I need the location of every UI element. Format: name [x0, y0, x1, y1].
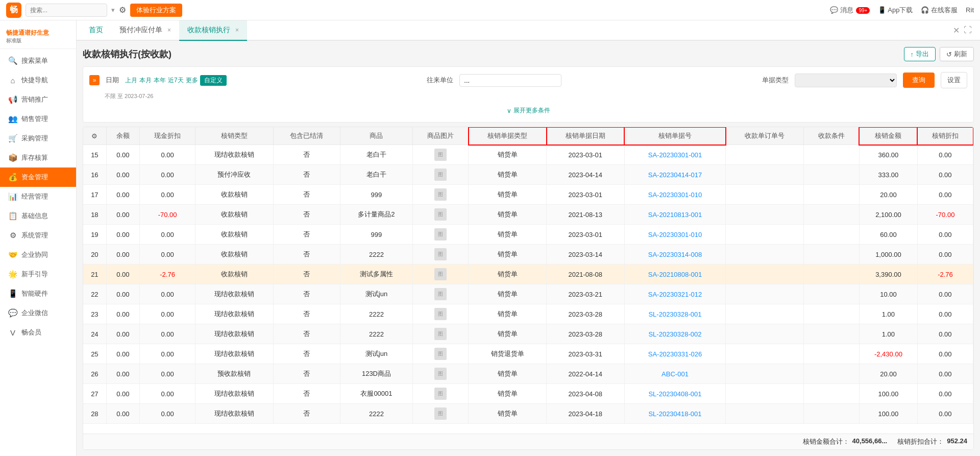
sidebar-item-smart-hw[interactable]: 📱 智能硬件	[0, 284, 76, 303]
close-window-icon[interactable]: ✕	[953, 26, 960, 35]
cell-order-no	[726, 145, 804, 165]
sidebar-item-search-menu[interactable]: 🔍 搜索菜单	[0, 51, 76, 70]
sidebar-item-inventory[interactable]: 📦 库存核算	[0, 148, 76, 167]
close-tab-prepaid-icon[interactable]: ×	[167, 27, 171, 34]
footer-amount-label: 核销金额合计：	[803, 437, 849, 446]
cell-bill-no[interactable]: ABC-001	[624, 364, 726, 384]
smart-hw-icon: 📱	[8, 289, 17, 298]
cell-type: 现结收款核销	[195, 304, 274, 324]
table-container[interactable]: ⚙ 余额 现金折扣 核销类型 包含已结清 商品 商品图片 核销单据类型 核销单据…	[83, 127, 973, 434]
cell-bill-no[interactable]: SL-20230328-002	[624, 324, 726, 344]
cell-product: 999	[340, 225, 413, 245]
cell-bill-no[interactable]: SA-20230301-010	[624, 225, 726, 245]
chevron-down-icon: ∨	[507, 107, 511, 114]
sidebar-item-marketing[interactable]: 📢 营销推广	[0, 90, 76, 109]
cell-cash-discount: 0.00	[140, 245, 195, 265]
tab-writeoff[interactable]: 收款核销执行 ×	[179, 20, 247, 41]
cell-bill-no[interactable]: SL-20230408-001	[624, 384, 726, 404]
cell-product-img: 图	[413, 324, 469, 344]
cell-bill-no[interactable]: SA-20230331-026	[624, 344, 726, 364]
sidebar-item-guide[interactable]: 🌟 新手引导	[0, 265, 76, 284]
cell-bill-no[interactable]: SA-20230301-010	[624, 185, 726, 205]
sidebar-item-management[interactable]: 📊 经营管理	[0, 187, 76, 206]
settings-button[interactable]: 设置	[941, 72, 967, 88]
sidebar-item-system[interactable]: ⚙ 系统管理	[0, 226, 76, 245]
col-order-no: 收款单订单号	[726, 127, 804, 145]
base-info-icon: 📋	[8, 211, 17, 221]
cell-order-no	[726, 284, 804, 304]
industry-solution-button[interactable]: 体验行业方案	[130, 4, 182, 17]
sidebar-item-sales[interactable]: 👥 销售管理	[0, 109, 76, 129]
search-button[interactable]: 查询	[903, 73, 935, 88]
cell-bill-no[interactable]: SA-20210813-001	[624, 205, 726, 225]
table-footer: 核销金额合计： 40,556,66... 核销折扣合计： 952.24	[83, 434, 973, 449]
cell-balance: 0.00	[106, 205, 139, 225]
marketing-icon: 📢	[8, 95, 17, 104]
maximize-icon[interactable]: ⛶	[964, 26, 972, 35]
date-7-days[interactable]: 近7天	[168, 76, 184, 85]
col-settings[interactable]: ⚙	[83, 127, 106, 145]
dropdown-icon[interactable]: ▾	[111, 6, 115, 14]
expand-label: 展开更多条件	[513, 106, 550, 115]
date-this-year[interactable]: 本年	[154, 76, 166, 85]
expand-conditions-button[interactable]: ∨ 展开更多条件	[89, 104, 967, 117]
cell-conditions	[803, 384, 859, 404]
online-service-link[interactable]: 🎧 在线客服	[921, 6, 958, 15]
cell-product: 多计量商品2	[340, 205, 413, 225]
date-range-text: 不限 至 2023-07-26	[105, 92, 153, 100]
cell-id: 16	[83, 165, 106, 185]
cell-bill-no[interactable]: SL-20230418-001	[624, 404, 726, 424]
cell-bill-no[interactable]: SA-20230321-012	[624, 284, 726, 304]
cell-type: 收款核销	[195, 225, 274, 245]
purchase-icon: 🛒	[8, 134, 17, 143]
cell-bill-type: 销货单	[469, 185, 547, 205]
date-curr-month[interactable]: 本月	[139, 76, 152, 85]
cell-writeoff-disc: 0.00	[917, 284, 973, 304]
date-prev-month[interactable]: 上月	[125, 76, 137, 85]
cell-bill-no[interactable]: SA-20210808-001	[624, 265, 726, 284]
cell-bill-date: 2023-03-01	[547, 225, 625, 245]
tab-home[interactable]: 首页	[81, 20, 111, 41]
cell-bill-no[interactable]: SA-20230301-001	[624, 145, 726, 165]
date-custom-button[interactable]: 自定义	[200, 75, 227, 86]
from-unit-input[interactable]	[459, 74, 561, 87]
settings-icon[interactable]: ⚙	[119, 5, 126, 15]
tab-prepaid[interactable]: 预付冲应付单 ×	[111, 20, 179, 41]
close-tab-writeoff-icon[interactable]: ×	[235, 27, 239, 34]
user-label[interactable]: Rit	[966, 6, 974, 14]
sidebar-item-base-info[interactable]: 📋 基础信息	[0, 206, 76, 226]
cell-settled: 否	[273, 304, 340, 324]
cell-product-img: 图	[413, 265, 469, 284]
sidebar-item-quick-nav[interactable]: ⌂ 快捷导航	[0, 70, 76, 90]
col-include-settled: 包含已结清	[273, 127, 340, 145]
sidebar-item-finance[interactable]: 💰 资金管理	[0, 167, 76, 187]
cell-bill-date: 2023-04-18	[547, 404, 625, 424]
cell-product-img: 图	[413, 185, 469, 205]
cell-bill-no[interactable]: SA-20230314-008	[624, 245, 726, 265]
sidebar-item-wechat[interactable]: 💬 企业微信	[0, 303, 76, 323]
table-row: 17 0.00 0.00 收款核销 否 999 图 销货单 2023-03-01…	[83, 185, 973, 205]
cell-product: 2222	[340, 324, 413, 344]
cell-conditions	[803, 205, 859, 225]
cell-balance: 0.00	[106, 364, 139, 384]
sidebar-item-member[interactable]: V 畅会员	[0, 323, 76, 342]
message-link[interactable]: 💬 消息 99+	[830, 6, 870, 15]
cell-bill-no[interactable]: SA-20230414-017	[624, 165, 726, 185]
cell-bill-no[interactable]: SL-20230328-001	[624, 304, 726, 324]
receipt-type-select[interactable]	[795, 74, 897, 87]
app-download-link[interactable]: 📱 App下载	[878, 6, 913, 15]
cell-bill-type: 销货单	[469, 304, 547, 324]
cell-type: 现结收款核销	[195, 284, 274, 304]
cell-settled: 否	[273, 284, 340, 304]
cell-bill-date: 2022-04-14	[547, 364, 625, 384]
export-button[interactable]: ↑ 导出	[904, 47, 936, 61]
refresh-button[interactable]: ↺ 刷新	[940, 47, 974, 61]
collapse-filter-button[interactable]: »	[89, 75, 100, 85]
date-more[interactable]: 更多	[186, 76, 198, 85]
table-row: 28 0.00 0.00 现结收款核销 否 2222 图 销货单 2023-04…	[83, 404, 973, 424]
cell-bill-type: 销货退货单	[469, 344, 547, 364]
top-bar-search-input[interactable]	[26, 4, 107, 17]
cell-cash-discount: -2.76	[140, 265, 195, 284]
sidebar-item-enterprise[interactable]: 🤝 企业协同	[0, 245, 76, 265]
sidebar-item-purchase[interactable]: 🛒 采购管理	[0, 129, 76, 148]
